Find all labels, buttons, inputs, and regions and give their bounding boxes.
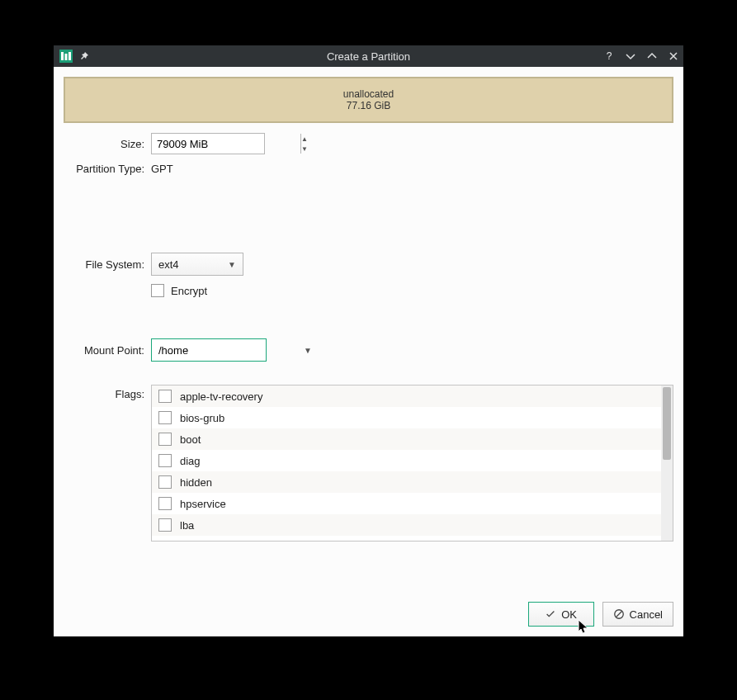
cancel-button-label: Cancel [630,608,663,621]
flag-label: boot [180,433,201,446]
chevron-down-icon: ▼ [228,260,236,269]
help-icon[interactable]: ? [602,50,616,63]
flag-label: bios-grub [180,412,224,424]
form: Size: ▲ ▼ Partition Type: GPT File Syste… [64,133,673,542]
flags-label: Flags: [64,385,144,400]
window-title: Create a Partition [54,50,683,63]
flag-item[interactable]: bios-grub [152,407,661,428]
minimize-icon[interactable] [624,50,637,63]
partition-bar-size: 77.16 GiB [347,100,390,111]
partition-visual-bar: unallocated 77.16 GiB [64,77,673,123]
flag-item[interactable]: apple-tv-recovery [152,385,661,407]
svg-text:?: ? [607,50,612,62]
mountpoint-combobox[interactable]: ▼ [151,338,267,362]
size-spinner[interactable]: ▲ ▼ [151,133,265,154]
partition-type-value: GPT [151,159,673,178]
check-icon [545,608,556,620]
flag-label: apple-tv-recovery [180,390,262,403]
spinner-up-icon[interactable]: ▲ [301,134,308,144]
flag-label: hpservice [180,498,226,510]
partition-type-label: Partition Type: [64,163,144,175]
size-label: Size: [64,138,144,150]
encrypt-label: Encrypt [171,285,207,297]
ok-button[interactable]: OK [528,602,594,627]
flag-item[interactable]: diag [152,450,661,471]
flag-item[interactable]: hpservice [152,493,661,514]
app-logo-icon [57,47,75,65]
flag-checkbox[interactable] [158,454,172,467]
titlebar: Create a Partition ? [54,45,683,67]
flag-checkbox[interactable] [158,518,172,532]
button-row: OK Cancel [64,592,673,627]
flag-checkbox[interactable] [158,390,172,403]
chevron-down-icon[interactable]: ▼ [304,346,312,355]
pin-icon[interactable] [75,47,93,65]
flags-scrollbar[interactable] [661,385,673,541]
filesystem-select[interactable]: ext4 ▼ [151,253,243,276]
ok-button-label: OK [561,608,577,621]
svg-rect-3 [69,52,71,60]
close-icon[interactable] [667,50,680,63]
flag-label: hidden [180,476,212,489]
dialog-content: unallocated 77.16 GiB Size: ▲ ▼ Partitio… [54,67,683,636]
flag-item[interactable]: hidden [152,471,661,493]
flag-checkbox[interactable] [158,411,172,424]
flag-item[interactable]: boot [152,428,661,450]
encrypt-checkbox[interactable] [151,284,164,297]
flag-checkbox[interactable] [158,475,172,489]
flag-item[interactable]: lba [152,514,661,536]
spinner-down-icon[interactable]: ▼ [301,144,308,154]
scrollbar-thumb[interactable] [663,387,671,460]
maximize-icon[interactable] [645,50,659,63]
svg-rect-1 [61,52,64,60]
partition-bar-label: unallocated [343,88,394,100]
size-input[interactable] [152,138,300,150]
svg-line-6 [616,612,621,617]
svg-rect-2 [65,54,68,60]
flag-label: lba [180,519,194,532]
cancel-icon [613,608,625,620]
filesystem-label: File System: [64,258,144,271]
flag-checkbox[interactable] [158,497,172,510]
mountpoint-label: Mount Point: [64,344,144,357]
flag-label: diag [180,455,201,467]
filesystem-value: ext4 [158,258,179,271]
create-partition-dialog: Create a Partition ? unallocated 77.16 G… [54,45,683,636]
flags-listbox: apple-tv-recoverybios-grubbootdiaghidden… [151,385,673,542]
mountpoint-input[interactable] [152,344,304,357]
flag-checkbox[interactable] [158,433,172,446]
cancel-button[interactable]: Cancel [602,602,673,627]
